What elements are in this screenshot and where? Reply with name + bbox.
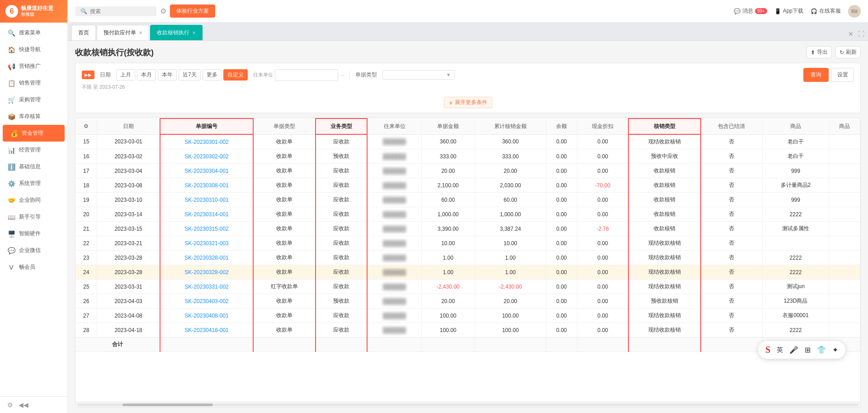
sidebar-item-inventory[interactable]: 📦库存核算 bbox=[0, 108, 67, 125]
cell-doc-no[interactable]: SK-20230328-001 bbox=[160, 251, 254, 265]
sidebar-item-search[interactable]: 🔍搜索菜单 bbox=[0, 24, 67, 41]
sidebar-item-sales[interactable]: 📋销售管理 bbox=[0, 75, 67, 91]
table-row[interactable]: 24 2023-03-28 SK-20230328-002 收款单 应收款 ██… bbox=[75, 265, 860, 280]
tab-home[interactable]: 首页 bbox=[71, 25, 96, 40]
cell-doc-no[interactable]: SK-20230308-001 bbox=[160, 178, 254, 193]
settings-gear-icon[interactable]: ⚙ bbox=[160, 7, 166, 15]
sidebar-item-hardware[interactable]: 🖥️智能硬件 bbox=[0, 225, 67, 242]
table-row[interactable]: 25 2023-03-31 SK-20230331-002 红字收款单 应收款 … bbox=[75, 280, 860, 294]
date-this-month-btn[interactable]: 本月 bbox=[137, 69, 156, 81]
sidebar-item-finance[interactable]: 💰资金管理 bbox=[3, 125, 65, 142]
sidebar-item-operation[interactable]: 📊经营管理 bbox=[0, 142, 67, 158]
table-scroll[interactable]: ⚙ 日期 单据编号 单据类型 业务类型 往来单位 单据金额 累计核销金额 余额 … bbox=[75, 118, 860, 402]
cell-biz-type: 应收款 bbox=[316, 309, 368, 323]
horizontal-scrollbar[interactable] bbox=[75, 402, 860, 407]
sidebar-item-basic[interactable]: ℹ️基础信息 bbox=[0, 158, 67, 175]
table-header-row: ⚙ 日期 单据编号 单据类型 业务类型 往来单位 单据金额 累计核销金额 余额 … bbox=[75, 119, 860, 134]
expand-conditions-button[interactable]: ∨ 展开更多条件 bbox=[444, 97, 492, 108]
cell-doc-no[interactable]: SK-20230301-002 bbox=[160, 134, 254, 149]
search-input[interactable] bbox=[90, 8, 144, 14]
table-row[interactable]: 16 2023-03-02 SK-20230302-002 收款单 预收款 ██… bbox=[75, 149, 860, 164]
quicknav-icon: 🏠 bbox=[7, 46, 15, 53]
tab-writeoff-close[interactable]: ✕ bbox=[192, 30, 196, 35]
counterpart-label: 往来单位 bbox=[253, 71, 273, 78]
cell-date: 2023-03-14 bbox=[97, 207, 160, 222]
cell-biz-type: 应收款 bbox=[316, 265, 368, 280]
query-button[interactable]: 查询 bbox=[803, 68, 829, 82]
sidebar-bottom: ⚙ ◀◀ bbox=[0, 396, 67, 413]
sidebar-item-marketing[interactable]: 📢营销推广 bbox=[0, 58, 67, 75]
cell-doc-no[interactable]: SK-20230418-001 bbox=[160, 323, 254, 337]
float-mic-icon[interactable]: 🎤 bbox=[789, 346, 798, 354]
topbar-search[interactable]: 🔍 bbox=[75, 6, 156, 16]
tab-expand-icon[interactable]: ⛶ bbox=[858, 30, 864, 38]
scrollbar-thumb[interactable] bbox=[123, 404, 213, 406]
cell-goods: 老白干 bbox=[762, 134, 829, 149]
table-row[interactable]: 18 2023-03-08 SK-20230308-001 收款单 应收款 ██… bbox=[75, 178, 860, 193]
col-settings[interactable]: ⚙ bbox=[75, 119, 97, 134]
sidebar-item-system[interactable]: ⚙️系统管理 bbox=[0, 175, 67, 192]
message-button[interactable]: 💬 消息 99+ bbox=[734, 7, 767, 15]
sidebar-item-enterprise[interactable]: 🤝企业协同 bbox=[0, 192, 67, 209]
float-star-icon[interactable]: ✦ bbox=[832, 346, 838, 354]
cell-idx: 24 bbox=[75, 265, 97, 280]
cell-doc-no[interactable]: SK-20230310-001 bbox=[160, 193, 254, 207]
float-grid-icon[interactable]: ⊞ bbox=[805, 346, 811, 354]
app-download-button[interactable]: 📱 App下载 bbox=[774, 7, 803, 15]
cell-balance: 0.00 bbox=[546, 207, 577, 222]
cell-doc-no[interactable]: SK-20230408-001 bbox=[160, 309, 254, 323]
main-area: 🔍 ⚙ 体验行业方案 💬 消息 99+ 📱 App下载 🎧 在线客服 Rit bbox=[68, 0, 868, 413]
cell-doc-no[interactable]: SK-20230328-002 bbox=[160, 265, 254, 280]
cell-idx: 16 bbox=[75, 149, 97, 164]
table-row[interactable]: 21 2023-03-15 SK-20230315-002 收款单 应收款 ██… bbox=[75, 222, 860, 236]
industry-solution-button[interactable]: 体验行业方案 bbox=[170, 5, 215, 18]
date-custom-btn[interactable]: 自定义 bbox=[223, 69, 248, 81]
sidebar-item-label: 销售管理 bbox=[19, 79, 41, 87]
float-text-icon[interactable]: 英 bbox=[777, 346, 783, 354]
sidebar-item-quicknav[interactable]: 🏠快捷导航 bbox=[0, 41, 67, 58]
cell-doc-no[interactable]: SK-20230302-002 bbox=[160, 149, 254, 164]
cell-doc-no[interactable]: SK-20230331-002 bbox=[160, 280, 254, 294]
date-7days-btn[interactable]: 近7天 bbox=[179, 69, 201, 81]
date-this-year-btn[interactable]: 本年 bbox=[158, 69, 177, 81]
table-row[interactable]: 15 2023-03-01 SK-20230301-002 收款单 应收款 ██… bbox=[75, 134, 860, 149]
sidebar-item-wechat[interactable]: 💬企业微信 bbox=[0, 242, 67, 259]
table-row[interactable]: 28 2023-04-18 SK-20230418-001 收款单 应收款 ██… bbox=[75, 323, 860, 337]
table-row[interactable]: 23 2023-03-28 SK-20230328-001 收款单 应收款 ██… bbox=[75, 251, 860, 265]
tab-close-icon[interactable]: ✕ bbox=[848, 30, 854, 38]
settings-icon[interactable]: ⚙ bbox=[7, 401, 13, 408]
table-row[interactable]: 22 2023-03-21 SK-20230321-003 收款单 应收款 ██… bbox=[75, 236, 860, 251]
sidebar-item-guide[interactable]: 📖新手引导 bbox=[0, 209, 67, 225]
cell-doc-no[interactable]: SK-20230315-002 bbox=[160, 222, 254, 236]
table-row[interactable]: 19 2023-03-10 SK-20230310-001 收款单 应收款 ██… bbox=[75, 193, 860, 207]
cell-doc-no[interactable]: SK-20230403-002 bbox=[160, 294, 254, 309]
table-row[interactable]: 20 2023-03-14 SK-20230314-001 收款单 应收款 ██… bbox=[75, 207, 860, 222]
counterpart-field[interactable] bbox=[275, 69, 338, 81]
cell-doc-no[interactable]: SK-20230304-001 bbox=[160, 164, 254, 178]
col-doc-no: 单据编号 bbox=[160, 119, 254, 134]
float-shirt-icon[interactable]: 👕 bbox=[817, 346, 826, 354]
table-row[interactable]: 26 2023-04-03 SK-20230403-002 收款单 预收款 ██… bbox=[75, 294, 860, 309]
date-more-btn[interactable]: 更多 bbox=[203, 69, 222, 81]
table-row[interactable]: 27 2023-04-08 SK-20230408-001 收款单 应收款 ██… bbox=[75, 309, 860, 323]
table-row[interactable]: 17 2023-03-04 SK-20230304-001 收款单 应收款 ██… bbox=[75, 164, 860, 178]
doc-type-select[interactable]: ▼ bbox=[382, 70, 455, 80]
setting-button[interactable]: 设置 bbox=[831, 68, 854, 82]
sidebar-item-label: 智能硬件 bbox=[19, 230, 41, 237]
export-button[interactable]: ⬆ 导出 bbox=[807, 46, 832, 58]
refresh-button[interactable]: ↻ 刷新 bbox=[835, 46, 861, 58]
cell-doc-no[interactable]: SK-20230321-003 bbox=[160, 236, 254, 251]
cell-goods2 bbox=[829, 222, 860, 236]
tab-writeoff[interactable]: 收款核销执行 ✕ bbox=[150, 25, 203, 40]
online-service-button[interactable]: 🎧 在线客服 bbox=[811, 7, 841, 15]
tab-prepayment-close[interactable]: ✕ bbox=[139, 30, 142, 35]
filter-collapse-btn[interactable]: ▶▶ bbox=[82, 71, 94, 79]
collapse-icon[interactable]: ◀◀ bbox=[19, 401, 28, 408]
tab-prepayment[interactable]: 预付款应付单 ✕ bbox=[97, 25, 149, 40]
cell-doc-no[interactable]: SK-20230314-001 bbox=[160, 207, 254, 222]
date-last-month-btn[interactable]: 上月 bbox=[116, 69, 135, 81]
sidebar-item-purchase[interactable]: 🛒采购管理 bbox=[0, 91, 67, 108]
avatar[interactable]: Rit bbox=[848, 5, 861, 18]
sidebar-item-member[interactable]: V畅会员 bbox=[0, 259, 67, 275]
cell-date: 2023-04-18 bbox=[97, 323, 160, 337]
